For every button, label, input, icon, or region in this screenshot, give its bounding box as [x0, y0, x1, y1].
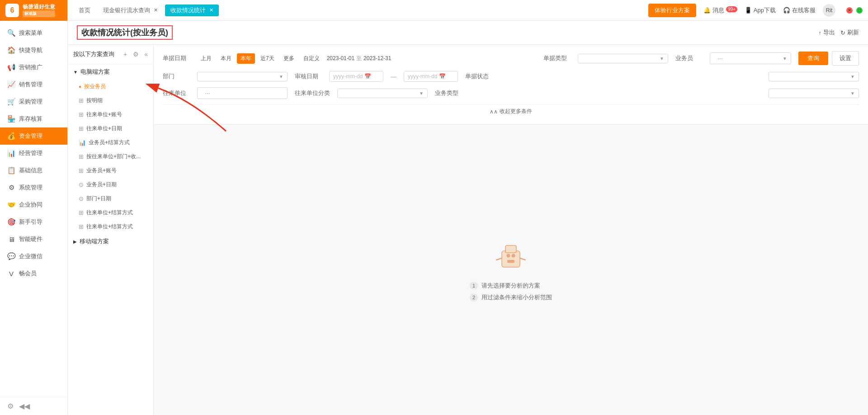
scheme-header-actions: + ⚙ « [123, 49, 148, 59]
sidebar-logo: 6 畅捷通好生意 标准版 [0, 0, 67, 21]
scheme-group-mobile-title[interactable]: ▶ 移动端方案 [68, 234, 153, 249]
query-button[interactable]: 查询 [798, 52, 828, 65]
date-tabs: 上月 本月 本年 近7天 更多 自定义 [197, 53, 323, 64]
top-nav-right: 体验行业方案 🔔 消息 99+ 📱 App下载 🎧 在线客服 Rit ✕ □ [648, 4, 863, 17]
scheme-gear-button[interactable]: ⚙ [131, 49, 141, 59]
sidebar-item-system[interactable]: ⚙ 系统管理 [0, 179, 67, 196]
trial-button[interactable]: 体验行业方案 [648, 4, 696, 17]
tab-bank-flow[interactable]: 现金银行流水查询 ✕ [98, 5, 163, 16]
scheme-icon-detail: ⊞ [79, 97, 84, 104]
partner-type-label: 往来单位分类 [295, 89, 330, 97]
vip-icon: V [7, 270, 15, 278]
scheme-icon-pa: ⊞ [79, 111, 84, 118]
date-tab-more[interactable]: 更多 [280, 53, 298, 64]
app-download-item[interactable]: 📱 App下载 [745, 6, 776, 14]
scheme-item-partner-settle2[interactable]: ⊞ 往来单位+结算方式 [68, 220, 153, 234]
wechat-icon: 💬 [7, 252, 15, 260]
partner-select[interactable]: ··· [197, 87, 288, 99]
sidebar-item-purchase[interactable]: 🛒 采购管理 [0, 93, 67, 110]
filter-row-3: 往来单位 ··· 往来单位分类 ▼ 业务类型 ▼ [163, 87, 859, 99]
sidebar-item-marketing[interactable]: 📢 营销推广 [0, 59, 67, 76]
enterprise-icon: 🤝 [7, 201, 15, 209]
date-tab-7days[interactable]: 近7天 [257, 53, 278, 64]
logo-icon: 6 [5, 4, 19, 17]
collapse-scheme-button[interactable]: « [144, 51, 148, 58]
date-tab-thismonth[interactable]: 本月 [217, 53, 235, 64]
partner-type-select[interactable]: ▼ [337, 89, 428, 98]
biz-type-arrow: ▼ [850, 91, 855, 96]
scheme-item-partner-settle1[interactable]: ⊞ 往来单位+结算方式 [68, 206, 153, 220]
scheme-item-partner-date[interactable]: ⊞ 往来单位+日期 [68, 122, 153, 136]
date-control: 上月 本月 本年 近7天 更多 自定义 2023-01-01 至 2023-12… [197, 53, 536, 64]
scheme-item-salesman[interactable]: ● 按业务员 [68, 80, 153, 94]
date-tab-lastmonth[interactable]: 上月 [197, 53, 215, 64]
review-date-label: 审核日期 [295, 72, 322, 80]
tab-receipt-stats[interactable]: 收款情况统计 ✕ [165, 5, 219, 16]
scheme-item-partner-account[interactable]: ⊞ 往来单位+账号 [68, 108, 153, 122]
scheme-item-partner-dept[interactable]: ⊞ 按往来单位+部门+收... [68, 150, 153, 164]
content-area: 按以下方案查询 + ⚙ « ▼ 电脑端方案 ● 按业务员 ⊞ [68, 45, 868, 415]
export-button[interactable]: ↑ 导出 [819, 28, 835, 37]
scheme-item-salesman-account[interactable]: ⊞ 业务员+账号 [68, 164, 153, 178]
sidebar-item-search[interactable]: 🔍 搜索菜单 [0, 24, 67, 42]
scheme-item-detail[interactable]: ⊞ 按明细 [68, 94, 153, 108]
dept-select[interactable]: ▼ [197, 72, 288, 81]
sidebar-item-sales[interactable]: 📈 销售管理 [0, 76, 67, 93]
refresh-button[interactable]: ↻ 刷新 [840, 28, 859, 37]
sidebar-item-quicknav[interactable]: 🏠 快捷导航 [0, 42, 67, 59]
online-service-item[interactable]: 🎧 在线客服 [783, 6, 816, 14]
salesman-more[interactable]: ··· [716, 55, 725, 62]
review-date-from[interactable]: yyyy-mm-dd 📅 [329, 71, 383, 82]
filter-actions: 查询 设置 [798, 51, 859, 66]
partner-more[interactable]: ··· [203, 90, 212, 97]
messages-item[interactable]: 🔔 消息 99+ [703, 6, 737, 14]
biz-type-select[interactable]: ▼ [769, 89, 859, 98]
sidebar-bottom: ⚙ ◀◀ [0, 397, 67, 415]
date-tab-thisyear[interactable]: 本年 [237, 53, 255, 64]
collapse-filter-button[interactable]: ∧∧ 收起更多条件 [163, 104, 859, 118]
tab-bank-close[interactable]: ✕ [154, 7, 158, 13]
scheme-icon-dd: ⊙ [79, 195, 84, 202]
sidebar-item-operations[interactable]: 📊 经营管理 [0, 145, 67, 162]
sidebar-item-guide[interactable]: 🎯 新手引导 [0, 213, 67, 231]
refresh-icon: ↻ [840, 29, 845, 36]
tip-num-2: 2 [470, 293, 478, 302]
window-expand-btn[interactable]: □ [856, 7, 863, 14]
sidebar-item-hardware[interactable]: 🖥 智能硬件 [0, 231, 67, 248]
tab-home[interactable]: 首页 [73, 5, 96, 16]
query-panel: 单据日期 上月 本月 本年 近7天 更多 自定义 2023-01-01 至 [154, 45, 868, 415]
scheme-item-dept-date[interactable]: ⊙ 部门+日期 [68, 192, 153, 206]
settings-bottom-icon[interactable]: ⚙ [7, 402, 14, 410]
sidebar-item-inventory[interactable]: 🏪 库存核算 [0, 110, 67, 127]
add-scheme-button[interactable]: + [123, 51, 127, 58]
svg-rect-1 [505, 245, 516, 253]
scheme-group-pc-title[interactable]: ▼ 电脑端方案 [68, 64, 153, 80]
sidebar-item-vip[interactable]: V 畅会员 [0, 265, 67, 282]
user-avatar-item[interactable]: Rit [823, 4, 835, 17]
filter-row-1: 单据日期 上月 本月 本年 近7天 更多 自定义 2023-01-01 至 [163, 51, 859, 66]
settings-button[interactable]: 设置 [832, 51, 859, 66]
doc-status-label: 单据状态 [465, 72, 492, 80]
salesman-select[interactable]: ··· ▼ [710, 52, 791, 64]
salesman-label: 业务员 [675, 54, 703, 62]
date-tab-custom[interactable]: 自定义 [300, 53, 323, 64]
scheme-item-salesman-settle[interactable]: 📊 业务员+结算方式 [68, 136, 153, 150]
svg-rect-0 [502, 251, 520, 267]
window-close-btn[interactable]: ✕ [846, 7, 853, 14]
sidebar-item-wechat[interactable]: 💬 企业微信 [0, 248, 67, 265]
doc-status-select[interactable]: ▼ [769, 72, 859, 81]
marketing-icon: 📢 [7, 63, 15, 71]
doctype-arrow: ▼ [660, 56, 664, 61]
collapse-sidebar-icon[interactable]: ◀◀ [19, 402, 30, 410]
date-range-display: 2023-01-01 至 2023-12-31 [327, 55, 392, 62]
tab-receipt-close[interactable]: ✕ [209, 7, 213, 13]
review-date-to[interactable]: yyyy-mm-dd 📅 [404, 71, 458, 82]
sidebar-item-enterprise[interactable]: 🤝 企业协同 [0, 196, 67, 213]
empty-tip-2: 2 用过滤条件来缩小分析范围 [470, 293, 552, 302]
doctype-select[interactable]: ▼ [578, 54, 668, 63]
sidebar-item-finance[interactable]: 💰 资金管理 [0, 127, 67, 145]
page-actions: ↑ 导出 ↻ 刷新 [819, 28, 859, 37]
date-label: 单据日期 [163, 54, 190, 62]
scheme-item-salesman-date[interactable]: ⊙ 业务员+日期 [68, 178, 153, 192]
sidebar-item-base[interactable]: 📋 基础信息 [0, 162, 67, 179]
